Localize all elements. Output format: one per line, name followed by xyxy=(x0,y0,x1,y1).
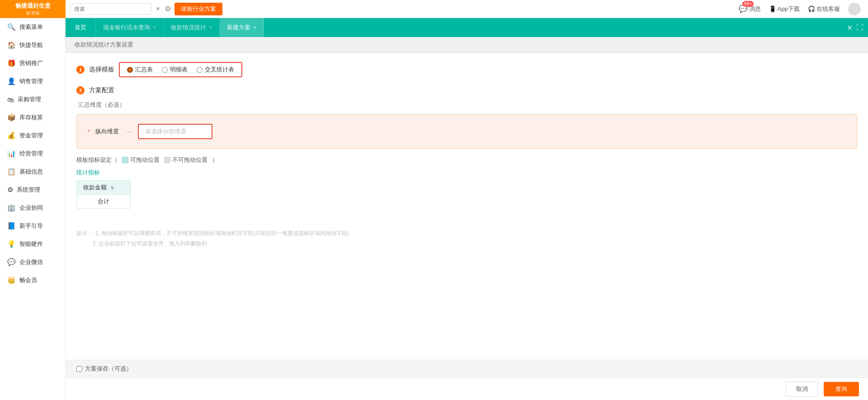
page-title: 收款情况统计方案设置 xyxy=(75,41,133,48)
app-name: 畅捷通好生意 xyxy=(15,2,51,10)
vertical-dim-label: 纵向维度 xyxy=(95,127,119,136)
sales-icon: 👤 xyxy=(7,77,16,85)
operation-icon: 📊 xyxy=(7,150,16,158)
metric-table: 收款金额 ∨ 合计 xyxy=(76,180,131,209)
app-logo: 畅捷通好生意 标准版 xyxy=(0,0,66,18)
page-content: 收款情况统计方案设置 1 选择模板 汇总表 xyxy=(66,37,868,377)
cancel-button[interactable]: 取消 xyxy=(786,381,818,397)
inventory-icon: 📦 xyxy=(7,113,16,122)
quick-nav-icon: 🏠 xyxy=(7,41,16,49)
sidebar-item-basic-info[interactable]: 📋 基础信息 xyxy=(0,163,65,181)
basic-info-icon: 📋 xyxy=(7,168,16,176)
tab-home[interactable]: 首页 xyxy=(66,18,96,37)
sidebar-item-operation[interactable]: 📊 经营管理 xyxy=(0,145,65,163)
search-menu-icon: 🔍 xyxy=(7,23,16,31)
marketing-icon: 🎁 xyxy=(7,59,16,67)
finance-icon: 💰 xyxy=(7,132,16,140)
sidebar: 🔍 搜索菜单 🏠 快捷导航 🎁 营销推广 👤 销售管理 🛍 采购管理 📦 库存核… xyxy=(0,18,66,400)
sidebar-item-finance[interactable]: 💰 资金管理 xyxy=(0,127,65,145)
tab-maximize-icon[interactable]: ⛶ xyxy=(856,24,863,32)
query-button[interactable]: 查询 xyxy=(824,382,859,396)
tab-bank-flow[interactable]: 现金银行流水查询 × xyxy=(96,18,164,37)
radio-cross[interactable]: 交叉统计表 xyxy=(197,66,234,74)
movable-tag: 可拖动位置 xyxy=(122,156,160,164)
settings-icon[interactable]: ⚙ xyxy=(165,5,171,13)
section1-num: 1 xyxy=(76,66,85,74)
radio-detail[interactable]: 明细表 xyxy=(162,66,188,74)
system-icon: ⚙ xyxy=(7,186,13,194)
tab-collection-stat[interactable]: 收款情况统计 × xyxy=(164,18,220,37)
metrics-section-label: 统计指标 xyxy=(76,169,857,177)
download-label: App下载 xyxy=(778,5,800,13)
sidebar-item-marketing[interactable]: 🎁 营销推广 xyxy=(0,54,65,72)
tab-new-plan-close[interactable]: × xyxy=(253,24,256,31)
sidebar-item-sales[interactable]: 👤 销售管理 xyxy=(0,72,65,90)
metrics-config-label: 模板指标设定（ xyxy=(76,156,118,164)
purchase-icon: 🛍 xyxy=(7,96,14,104)
metric-header-row[interactable]: 收款金额 ∨ xyxy=(77,181,130,195)
sidebar-item-smart-hw[interactable]: 💡 智能硬件 xyxy=(0,235,65,253)
download-btn[interactable]: 📱 App下载 xyxy=(769,5,800,13)
fixed-tag: 不可拖动位置 xyxy=(164,156,208,164)
support-btn[interactable]: 🎧 在线客服 xyxy=(808,5,840,13)
trial-btn[interactable]: 体验行业方案 xyxy=(175,3,222,15)
section2-num: 2 xyxy=(76,86,85,94)
required-star: * xyxy=(88,128,90,135)
tab-collection-stat-close[interactable]: × xyxy=(209,24,212,31)
metric-col-header: 收款金额 xyxy=(83,184,107,192)
dimension-area: * 纵向维度 → 请选择分组维度 xyxy=(76,114,857,149)
guide-icon: 📘 xyxy=(7,222,16,230)
message-badge: 99+ xyxy=(742,1,754,7)
summary-dim-label: 汇总维度（必选） xyxy=(78,101,857,109)
tab-bank-flow-close[interactable]: × xyxy=(153,24,156,31)
section2-label: 方案配置 xyxy=(89,86,114,94)
tab-bar: 首页 现金银行流水查询 × 收款情况统计 × 新建方案 × ✕ ⛶ xyxy=(66,18,868,37)
metric-expand-icon[interactable]: ∨ xyxy=(110,184,114,191)
sidebar-item-member[interactable]: 👑 畅会员 xyxy=(0,271,65,289)
footer-bar: 方案保存（可选） xyxy=(66,360,868,377)
support-icon: 🎧 xyxy=(808,5,815,12)
section1-label: 选择模板 xyxy=(89,66,114,74)
smart-hw-icon: 💡 xyxy=(7,240,16,248)
user-avatar[interactable] xyxy=(848,3,861,15)
sidebar-item-wechat[interactable]: 💬 企业微信 xyxy=(0,253,65,271)
dim-select-btn[interactable]: 请选择分组维度 xyxy=(138,124,212,139)
wechat-icon: 💬 xyxy=(7,258,16,266)
bottom-action-bar: 取消 查询 xyxy=(66,377,868,400)
app-edition: 标准版 xyxy=(26,10,40,16)
search-dropdown-icon[interactable]: ▼ xyxy=(155,5,161,12)
save-label: 方案保存（可选） xyxy=(85,365,132,373)
section-config: 2 方案配置 汇总维度（必选） * 纵向维度 → 请选择分组维度 xyxy=(76,86,857,249)
sidebar-item-system[interactable]: ⚙ 系统管理 xyxy=(0,181,65,199)
tip-line-2: 2. 点击标题栏下拉可设置排序、插入列和删除列 xyxy=(76,239,857,249)
message-btn[interactable]: 💬 消息 99+ xyxy=(739,5,761,13)
section-template: 1 选择模板 汇总表 明细表 xyxy=(76,62,857,77)
member-icon: 👑 xyxy=(7,276,16,284)
tab-close-all-icon[interactable]: ✕ xyxy=(847,24,853,32)
tips-area: 提示： 1. 拖动标题栏可以调整布局，不可跨维度或指标区域拖动栏目字段(只能在同… xyxy=(76,228,857,249)
sidebar-item-purchase[interactable]: 🛍 采购管理 xyxy=(0,90,65,108)
save-option-checkbox[interactable]: 方案保存（可选） xyxy=(76,365,857,373)
page-header: 收款情况统计方案设置 xyxy=(66,37,868,53)
sidebar-item-quick-nav[interactable]: 🏠 快捷导航 xyxy=(0,36,65,54)
sidebar-item-search-menu[interactable]: 🔍 搜索菜单 xyxy=(0,18,65,36)
download-icon: 📱 xyxy=(769,5,776,12)
enterprise-icon: 🏢 xyxy=(7,204,16,212)
metrics-config-section: 模板指标设定（ 可拖动位置 不可拖动位置 ） xyxy=(76,156,857,210)
top-search-input[interactable] xyxy=(70,3,151,15)
tab-new-plan[interactable]: 新建方案 × xyxy=(220,18,264,37)
arrow-icon: → xyxy=(124,127,132,136)
template-radio-group: 汇总表 明细表 交叉统计表 xyxy=(119,62,242,77)
metric-cell-total: 合计 xyxy=(77,195,130,208)
sidebar-item-enterprise[interactable]: 🏢 企业协同 xyxy=(0,199,65,217)
form-area: 1 选择模板 汇总表 明细表 xyxy=(66,53,868,360)
radio-summary[interactable]: 汇总表 xyxy=(127,66,153,74)
save-checkbox[interactable] xyxy=(76,366,82,372)
sidebar-item-guide[interactable]: 📘 新手引导 xyxy=(0,217,65,235)
support-label: 在线客服 xyxy=(816,5,840,13)
sidebar-item-inventory[interactable]: 📦 库存核算 xyxy=(0,108,65,127)
tip-line-1: 提示： 1. 拖动标题栏可以调整布局，不可跨维度或指标区域拖动栏目字段(只能在同… xyxy=(76,228,857,239)
